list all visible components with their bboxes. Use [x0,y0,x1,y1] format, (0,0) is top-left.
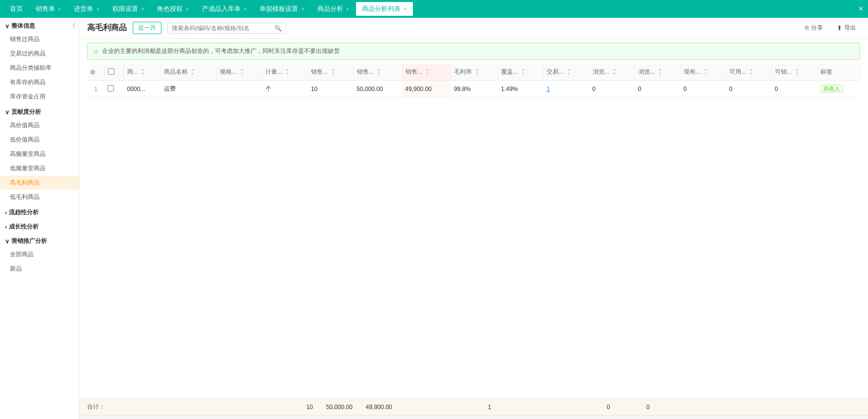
info-banner-text: 企业的主要的利润都是这部分商品创造的，可考虑加大推广，同时关注库存是不要出现缺货 [102,47,340,55]
close-tab-role-permission[interactable]: × [186,6,189,12]
sort-sales-cost[interactable]: ▲▼ [425,68,429,76]
export-icon: ⬆ [837,24,842,32]
row-select-checkbox[interactable] [107,85,114,92]
sort-spec[interactable]: ▲▼ [240,68,244,76]
footer-sales-qty: 10 [276,404,316,411]
col-coverage: 覆盖... ▲▼ [498,64,544,81]
footer-bar: 合计： 10 50,000.00 49,900.00 1 0 0 [79,398,868,415]
col-checkbox[interactable] [104,64,124,81]
share-button[interactable]: ⎘ 分享 [801,22,827,34]
table-wrapper[interactable]: ⚙ 商... ▲▼ 商品名称 ▲▼ 规格... ▲▼ [79,64,868,398]
tab-home[interactable]: 首页 [4,2,29,16]
chevron-down-icon: ∨ [5,23,9,30]
row-margin-rate: 99.8% [451,81,498,97]
sidebar-collapse-button[interactable]: 《 [69,22,76,31]
chevron-right-icon-2: › [5,224,7,231]
row-spec [217,81,262,97]
sort-unit[interactable]: ▲▼ [286,68,290,76]
row-num: 1 [87,81,104,97]
sort-available[interactable]: ▲▼ [749,68,753,76]
sidebar-item-goods-analysis[interactable]: 商品分类辅助率 [0,61,79,75]
footer-label: 合计： [87,403,105,411]
row-browse1: 0 [589,81,635,97]
sort-current-stock[interactable]: ▲▼ [704,68,708,76]
sidebar-item-low-freq[interactable]: 低频量堂商品 [0,161,79,176]
close-tab-permission-settings[interactable]: × [141,6,144,12]
export-button[interactable]: ⬆ 导出 [833,22,860,34]
close-tab-purchase-order[interactable]: × [96,6,99,12]
col-sales-cost: 销售... ▲▼ [402,64,451,81]
sidebar-item-high-freq[interactable]: 高频量堂商品 [0,147,79,161]
tab-permission-settings[interactable]: 权限设置 × [106,2,150,16]
sort-transaction[interactable]: ▲▼ [567,68,571,76]
row-checkbox[interactable] [104,81,124,97]
chevron-down-icon-3: ∨ [5,238,9,245]
col-sales-qty: 销售... ▲▼ [308,64,354,81]
col-settings[interactable]: ⚙ [87,64,104,81]
row-name: 运费 [161,81,217,97]
tag-badge: 高收入 [820,85,843,93]
search-input[interactable] [172,25,271,32]
row-sales-amount: 50,000.00 [354,81,402,97]
sidebar-item-all-goods[interactable]: 全部商品 [0,247,79,262]
sidebar-group-treasure[interactable]: ∨ 贡献度分析 [0,104,79,118]
tab-purchase-order[interactable]: 进货单 × [68,2,105,16]
close-tab-product-warehouse[interactable]: × [244,6,247,12]
sort-code[interactable]: ▲▼ [141,68,145,76]
sidebar-item-traded-goods[interactable]: 交易过的商品 [0,47,79,61]
close-tab-order-template[interactable]: × [301,6,304,12]
tab-sales-order[interactable]: 销售单 × [30,2,67,16]
sidebar-item-new-goods[interactable]: 新品 [0,262,79,276]
row-transaction[interactable]: 1 [544,81,589,97]
sort-name[interactable]: ▲▼ [191,68,195,76]
close-tab-sales-order[interactable]: × [58,6,61,12]
sidebar-item-inventory-occupy[interactable]: 库存资金占用 [0,90,79,104]
sort-sales-qty[interactable]: ▲▼ [331,68,335,76]
sidebar-item-low-margin[interactable]: 低毛利商品 [0,190,79,204]
sidebar-group-overall[interactable]: ∨ 整体信息 [0,18,79,32]
close-all-tabs[interactable]: × [859,4,863,13]
tab-product-analysis-list[interactable]: 商品分析列表 × [356,2,412,16]
row-sales-qty: 10 [308,81,354,97]
top-nav: 首页 销售单 × 进货单 × 权限设置 × 角色授权 × 产成品入库单 × 单据… [0,0,868,18]
page-title: 高毛利商品 [87,23,127,33]
time-filter-button[interactable]: 近一月 [133,22,161,34]
sidebar-group-marketing[interactable]: ∨ 营销推广分析 [0,233,79,247]
sidebar-item-high-margin[interactable]: 高毛利商品 [0,176,79,190]
tab-product-analysis[interactable]: 商品分析 × [311,2,355,16]
share-icon: ⎘ [805,24,809,32]
sidebar-group-growth[interactable]: › 成长性分析 [0,219,79,233]
col-sellable: 可销... ▲▼ [772,64,817,81]
col-margin-rate: 毛利率 ▲▼ [451,64,498,81]
sort-browse1[interactable]: ▲▼ [613,68,616,76]
sidebar-group-trend[interactable]: › 流趋性分析 [0,204,79,219]
sort-sales-amount[interactable]: ▲▼ [377,68,381,76]
tab-order-template[interactable]: 单据模板设置 × [254,2,310,16]
search-icon[interactable]: 🔍 [274,25,282,32]
close-tab-product-analysis-list[interactable]: × [404,6,407,12]
content-header: 高毛利商品 近一月 🔍 ⎘ 分享 ⬆ 导出 [79,18,868,39]
header-actions: ⎘ 分享 ⬆ 导出 [801,22,860,34]
col-browse1: 浏览... ▲▼ [589,64,635,81]
row-code: 0000... [124,81,160,97]
select-all-checkbox[interactable] [108,68,114,75]
sidebar-item-low-value[interactable]: 低价值商品 [0,133,79,147]
sort-browse2[interactable]: ▲▼ [658,68,662,76]
col-name: 商品名称 ▲▼ [161,64,217,81]
tip-icon: ◇ [94,48,98,55]
sort-coverage[interactable]: ▲▼ [521,68,525,76]
bottom-scrollbar[interactable] [79,415,868,419]
row-sellable: 0 [772,81,817,97]
info-banner: ◇ 企业的主要的利润都是这部分商品创造的，可考虑加大推广，同时关注库存是不要出现… [87,43,860,60]
footer-current-stock: 0 [573,404,613,411]
sidebar-item-stocked-goods[interactable]: 有库存的商品 [0,75,79,90]
col-browse2: 浏览... ▲▼ [635,64,680,81]
close-tab-product-analysis[interactable]: × [346,6,349,12]
tab-role-permission[interactable]: 角色授权 × [151,2,195,16]
sort-sellable[interactable]: ▲▼ [795,68,799,76]
sidebar-item-high-value[interactable]: 高价值商品 [0,118,79,133]
tab-product-warehouse[interactable]: 产成品入库单 × [196,2,253,16]
sidebar-item-sales-goods[interactable]: 销售过商品 [0,32,79,47]
sort-margin-rate[interactable]: ▲▼ [475,68,479,76]
transaction-link[interactable]: 1 [547,86,550,93]
